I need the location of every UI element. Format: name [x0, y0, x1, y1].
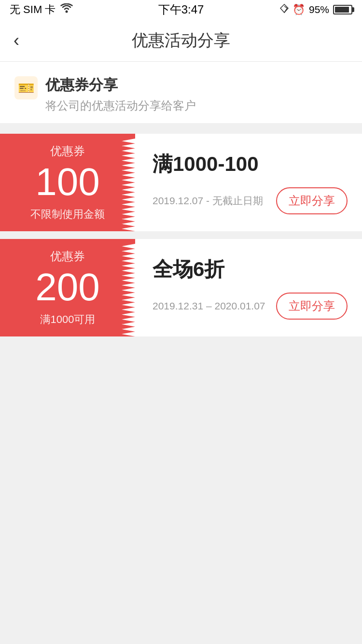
status-time: 下午3:47: [158, 2, 204, 17]
back-button[interactable]: ‹: [14, 30, 19, 51]
section-title: 优惠券分享: [45, 75, 196, 95]
battery-text: 95%: [309, 4, 329, 15]
coupon-date-row-1: 2019.12.31 – 2020.01.07 立即分享: [153, 293, 348, 320]
coupon-share-icon: 🎫: [14, 76, 38, 99]
coupon-date-row-0: 2019.12.07 - 无截止日期 立即分享: [153, 187, 348, 214]
coupon-condition-0: 不限制使用金额: [30, 207, 105, 222]
status-right: ⏰ 95%: [280, 4, 352, 16]
svg-text:🎫: 🎫: [18, 80, 35, 96]
section-text-block: 优惠券分享 将公司的优惠活动分享给客户: [45, 75, 196, 113]
coupon-amount-1: 200: [35, 268, 99, 307]
status-left: 无 SIM 卡: [10, 2, 73, 17]
section-header: 🎫 优惠券分享 将公司的优惠活动分享给客户: [0, 62, 362, 123]
coupon-condition-1: 满1000可用: [40, 312, 96, 327]
coupon-right-1: 全场6折 2019.12.31 – 2020.01.07 立即分享: [135, 239, 362, 336]
coupon-date-1: 2019.12.31 – 2020.01.07: [153, 300, 265, 312]
carrier-text: 无 SIM 卡: [10, 2, 56, 17]
section-subtitle: 将公司的优惠活动分享给客户: [45, 98, 196, 113]
coupon-date-0: 2019.12.07 - 无截止日期: [153, 194, 263, 208]
wifi-icon: [60, 3, 73, 16]
alarm-icon: ⏰: [292, 4, 305, 15]
page-title: 优惠活动分享: [132, 29, 230, 52]
coupon-left-0: 优惠券 100 不限制使用金额: [0, 134, 135, 231]
share-button-1[interactable]: 立即分享: [276, 293, 348, 320]
battery-icon: [333, 5, 352, 14]
coupon-card-1: 优惠券 200 满1000可用 全场6折 2019.12.31 – 2020.0…: [0, 239, 362, 336]
coupon-left-1: 优惠券 200 满1000可用: [0, 239, 135, 336]
coupon-label-0: 优惠券: [50, 143, 85, 159]
coupon-title-1: 全场6折: [153, 256, 348, 283]
status-bar: 无 SIM 卡 下午3:47 ⏰ 95%: [0, 0, 362, 19]
coupon-card-0: 优惠券 100 不限制使用金额 满1000-100 2019.12.07 - 无…: [0, 134, 362, 231]
empty-area: [0, 354, 362, 634]
coupon-label-1: 优惠券: [50, 249, 85, 264]
coupon-title-0: 满1000-100: [153, 151, 348, 178]
content-area: 优惠券 100 不限制使用金额 满1000-100 2019.12.07 - 无…: [0, 124, 362, 354]
coupon-right-0: 满1000-100 2019.12.07 - 无截止日期 立即分享: [135, 134, 362, 231]
nav-bar: ‹ 优惠活动分享: [0, 19, 362, 62]
share-button-0[interactable]: 立即分享: [276, 187, 348, 214]
svg-point-0: [66, 11, 68, 13]
location-icon: [280, 4, 289, 16]
coupon-amount-0: 100: [35, 163, 99, 201]
